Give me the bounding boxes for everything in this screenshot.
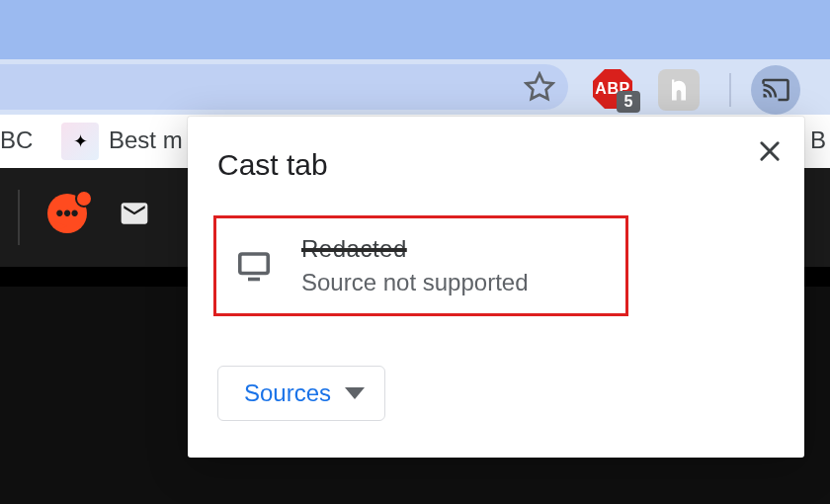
chat-button[interactable]: ••• — [47, 194, 91, 237]
svg-marker-0 — [527, 74, 553, 99]
cast-device-name: Redacted — [301, 235, 529, 263]
cast-device-status: Source not supported — [301, 269, 529, 296]
svg-rect-3 — [240, 254, 269, 274]
cast-device-row[interactable]: Redacted Source not supported — [213, 215, 628, 316]
chevron-down-icon — [345, 387, 365, 399]
cast-popup-title: Cast tab — [217, 148, 328, 182]
sources-dropdown-button[interactable]: Sources — [217, 366, 385, 421]
monitor-icon — [234, 248, 274, 284]
bookmark-item-right[interactable]: B — [810, 126, 826, 154]
page-topbar-separator — [18, 190, 20, 245]
bookmark-item-best[interactable]: Best m — [109, 126, 183, 154]
browser-tab-strip — [0, 0, 830, 59]
bookmark-star-icon[interactable] — [524, 71, 555, 103]
sources-label: Sources — [244, 379, 331, 407]
extension-honey[interactable] — [658, 69, 700, 111]
cast-popup: Cast tab Redacted Source not supported S… — [188, 117, 804, 458]
notification-dot-icon — [75, 190, 93, 208]
toolbar-separator — [729, 73, 731, 107]
cast-device-texts: Redacted Source not supported — [301, 235, 529, 296]
viewport: ABP 5 BC ✦ Best m B ••• Cast tab — [0, 0, 830, 504]
extension-adblock[interactable]: ABP 5 — [593, 69, 638, 111]
adblock-badge-count: 5 — [617, 91, 640, 113]
close-button[interactable] — [753, 134, 787, 168]
omnibox[interactable] — [0, 64, 568, 110]
mail-button[interactable] — [115, 198, 154, 229]
bookmark-item-bc[interactable]: BC — [0, 126, 33, 154]
cast-toolbar-button[interactable] — [751, 65, 800, 115]
bookmark-favicon[interactable]: ✦ — [61, 123, 99, 160]
